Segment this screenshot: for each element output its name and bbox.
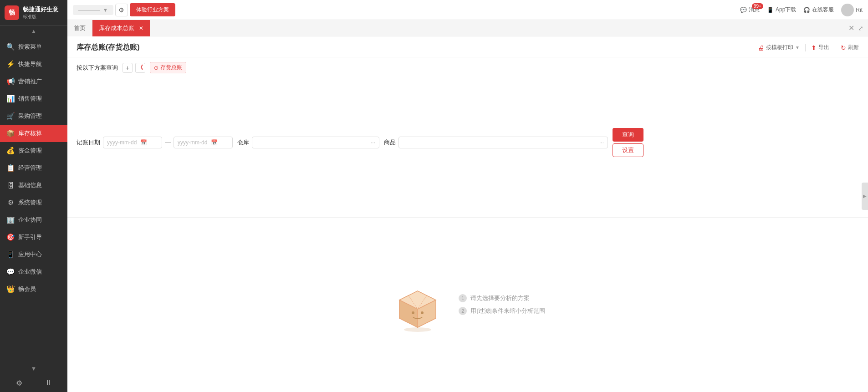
headset-icon: 🎧 (803, 7, 810, 13)
refresh-btn[interactable]: ↻ 刷新 (841, 44, 859, 51)
empty-svg (390, 277, 445, 332)
wechat-nav-icon: 💬 (6, 268, 15, 276)
sound-footer-btn[interactable]: ⏸ (45, 379, 52, 387)
sidebar-item-label: 基础信息 (18, 181, 42, 189)
filter-fields: 记账日期 yyyy-mm-dd 📅 — yyyy-mm-dd 📅 仓库 ··· (67, 73, 868, 218)
operation-nav-icon: 📋 (6, 164, 15, 172)
printer-icon: 🖨 (758, 44, 764, 51)
breadcrumb[interactable]: ———— ▼ (73, 5, 113, 15)
product-field-group: 商品 ··· (384, 137, 608, 148)
date-to-input[interactable]: yyyy-mm-dd 📅 (174, 137, 233, 148)
svg-point-7 (412, 311, 414, 314)
sidebar-item-label: 快捷导航 (18, 60, 42, 68)
avatar (841, 4, 854, 16)
sidebar-item-marketing[interactable]: 📢 营销推广 (0, 73, 67, 90)
system-nav-icon: ⚙ (6, 199, 15, 207)
sidebar-item-shortcut[interactable]: ⚡ 快捷导航 (0, 56, 67, 73)
page-header: 库存总账(存货总账) 🖨 按模板打印 ▼ ⬆ 导出 ↻ 刷新 (67, 36, 868, 57)
print-btn[interactable]: 🖨 按模板打印 ▼ (758, 44, 800, 51)
expand-panel-icon[interactable]: ⤢ (858, 25, 863, 32)
sidebar-item-label: 营销推广 (18, 77, 42, 86)
tab-close-icon[interactable]: ✕ (139, 25, 143, 31)
warehouse-input[interactable]: ··· (252, 137, 379, 148)
guide-nav-icon: 🎯 (6, 233, 15, 241)
filter-scheme: ⊙ 存货总账 (150, 62, 186, 73)
sidebar: 畅 畅捷通好生意 标准版 ▲ 🔍 搜索菜单 ⚡ 快捷导航 📢 营销推广 📊 销售… (0, 0, 67, 392)
message-btn[interactable]: 💬 消息 99+ (740, 6, 760, 14)
topbar-settings-btn[interactable]: ⚙ (115, 4, 128, 16)
topbar-nav: ———— ▼ ⚙ 体验行业方案 (73, 3, 736, 16)
sidebar-item-guide[interactable]: 🎯 新手引导 (0, 229, 67, 246)
close-panel-icon[interactable]: ✕ (848, 24, 854, 32)
filter-collapse-btn[interactable]: 《 (135, 63, 145, 73)
query-button[interactable]: 查询 (613, 128, 643, 142)
calendar-icon2: 📅 (211, 139, 218, 146)
tab-inventory-cost[interactable]: 库存成本总账 ✕ (92, 20, 150, 36)
app-download-label: App下载 (776, 6, 796, 14)
refresh-label: 刷新 (848, 44, 859, 51)
logo-sub: 标准版 (23, 14, 58, 20)
warehouse-field-group: 仓库 ··· (237, 137, 379, 148)
settings-button[interactable]: 设置 (613, 143, 643, 157)
export-btn[interactable]: ⬆ 导出 (811, 44, 829, 51)
filter-add-btn[interactable]: + (123, 63, 133, 73)
sidebar-item-search[interactable]: 🔍 搜索菜单 (0, 38, 67, 56)
home-tab-label: 首页 (74, 24, 86, 32)
industry-solution-button[interactable]: 体验行业方案 (130, 3, 175, 16)
scheme-item-inventory[interactable]: ⊙ 存货总账 (150, 62, 186, 73)
message-icon: 💬 (740, 7, 747, 13)
logo-text: 畅捷通好生意 标准版 (23, 6, 58, 20)
sidebar-footer: ⚙ ⏸ (0, 374, 67, 392)
gear-icon: ⚙ (118, 6, 124, 14)
page-content: 库存总账(存货总账) 🖨 按模板打印 ▼ ⬆ 导出 ↻ 刷新 (67, 36, 868, 392)
product-input[interactable]: ··· (398, 137, 608, 148)
sidebar-item-purchase[interactable]: 🛒 采购管理 (0, 107, 67, 125)
enterprise-nav-icon: 🏢 (6, 216, 15, 224)
user-profile[interactable]: Rit (841, 4, 863, 16)
empty-num-2: 2 (459, 307, 467, 315)
page-title: 库存总账(存货总账) (77, 43, 140, 52)
warehouse-label: 仓库 (237, 138, 249, 147)
date-from-input[interactable]: yyyy-mm-dd 📅 (103, 137, 162, 148)
online-service-btn[interactable]: 🎧 在线客服 (803, 6, 834, 14)
sidebar-item-finance[interactable]: 💰 资金管理 (0, 142, 67, 159)
basic-nav-icon: 🗄 (6, 182, 15, 189)
sidebar-item-sales[interactable]: 📊 销售管理 (0, 90, 67, 107)
sidebar-item-apps[interactable]: 📱 应用中心 (0, 246, 67, 263)
finance-nav-icon: 💰 (6, 147, 15, 155)
empty-state: 1 请先选择要分析的方案 2 用[过滤]条件来缩小分析范围 (67, 218, 868, 392)
sidebar-item-label: 畅会员 (18, 285, 36, 293)
sidebar-item-basic[interactable]: 🗄 基础信息 (0, 177, 67, 194)
empty-hint-1: 1 请先选择要分析的方案 (459, 294, 545, 302)
sidebar-item-wechat[interactable]: 💬 企业微信 (0, 263, 67, 280)
date-from-placeholder: yyyy-mm-dd (107, 139, 137, 146)
action-btns: 查询 设置 (613, 128, 643, 157)
chevron-down-icon: ▼ (103, 7, 108, 13)
calendar-icon: 📅 (140, 139, 147, 146)
date-separator: — (165, 139, 171, 146)
sidebar-item-label: 新手引导 (18, 233, 42, 241)
scheme-label: 存货总账 (160, 64, 182, 71)
sidebar-item-operation[interactable]: 📋 经营管理 (0, 159, 67, 177)
settings-footer-btn[interactable]: ⚙ (16, 379, 22, 387)
sidebar-item-system[interactable]: ⚙ 系统管理 (0, 194, 67, 211)
sidebar-item-inventory[interactable]: 📦 库存核算 (0, 125, 67, 142)
sidebar-scroll-up[interactable]: ▲ (0, 26, 67, 36)
breadcrumb-text: ———— (78, 7, 100, 13)
tab-home[interactable]: 首页 (67, 20, 92, 36)
member-nav-icon: 👑 (6, 285, 15, 293)
sidebar-item-enterprise[interactable]: 🏢 企业协同 (0, 211, 67, 229)
apps-nav-icon: 📱 (6, 250, 15, 259)
sidebar-item-member[interactable]: 👑 畅会员 (0, 280, 67, 298)
print-label: 按模板打印 (766, 44, 793, 51)
export-label: 导出 (818, 44, 829, 51)
main-container: ———— ▼ ⚙ 体验行业方案 💬 消息 99+ 📱 App下载 🎧 在线客服 (67, 0, 868, 392)
scheme-icon: ⊙ (154, 65, 158, 71)
purchase-nav-icon: 🛒 (6, 112, 15, 120)
divider (805, 44, 806, 51)
sidebar-item-label: 库存核算 (18, 129, 42, 137)
right-panel-hint[interactable]: ▶ (862, 183, 868, 210)
app-download-btn[interactable]: 📱 App下载 (767, 6, 796, 14)
print-dropdown-icon: ▼ (795, 45, 800, 50)
sidebar-scroll-down[interactable]: ▼ (0, 363, 67, 374)
